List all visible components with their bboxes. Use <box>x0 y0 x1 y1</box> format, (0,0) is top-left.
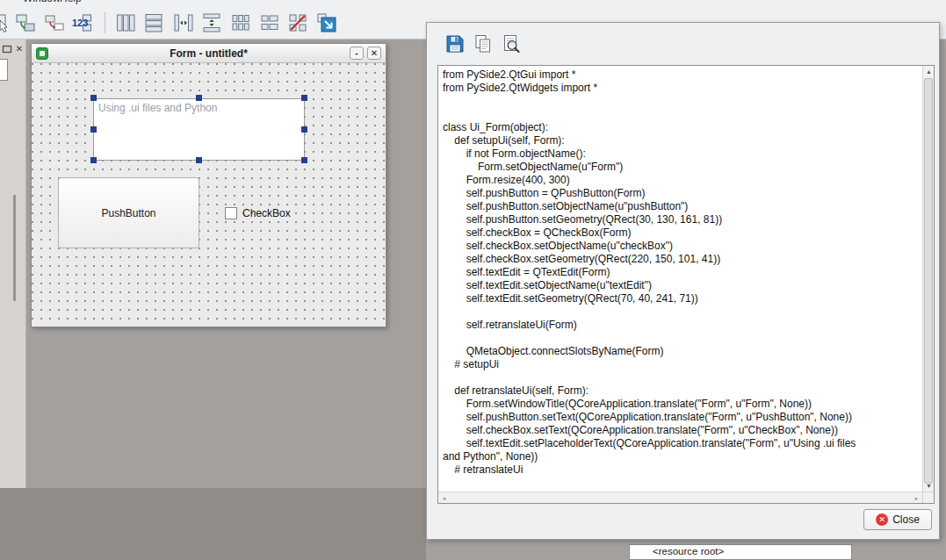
break-layout-icon[interactable] <box>286 11 309 34</box>
edit-tab-order-icon[interactable]: 123 <box>70 11 93 34</box>
textedit-placeholder: Using .ui files and Python <box>98 102 217 114</box>
code-line: self.pushButton.setText(QCoreApplication… <box>443 411 922 424</box>
scroll-left-arrow-icon[interactable]: ◂ <box>438 492 450 504</box>
code-view[interactable]: from PySide2.QtGui import *from PySide2.… <box>437 65 935 504</box>
tab-order-glyph: 123 <box>72 18 88 28</box>
scroll-up-arrow-icon[interactable]: ▲ <box>923 66 935 77</box>
code-line: from PySide2.QtGui import * <box>443 68 922 82</box>
code-line: self.checkBox.setGeometry(QRect(220, 150… <box>443 253 922 266</box>
code-line: Form.setObjectName(u"Form") <box>443 161 922 174</box>
minimize-button[interactable]: - <box>350 47 364 60</box>
vertical-scrollbar[interactable]: ▲ ▼ <box>922 66 934 492</box>
selection-handle-bottom-right[interactable] <box>301 157 307 163</box>
dock-close-button[interactable]: ✕ <box>13 43 25 55</box>
horizontal-scrollbar[interactable]: ◂ ▸ <box>438 492 922 503</box>
edit-buddies-icon[interactable] <box>43 11 66 34</box>
code-line: self.retranslateUi(Form) <box>443 319 922 332</box>
menubar: Window Help <box>0 0 369 5</box>
selection-handle-mid-left[interactable] <box>90 126 97 133</box>
qt-designer-application: Window Help 123 <box>0 0 946 560</box>
code-line: class Ui_Form(object): <box>443 121 922 134</box>
code-line: self.pushButton = QPushButton(Form) <box>443 187 922 200</box>
panel-scrollbar-fragment[interactable] <box>13 195 16 301</box>
resource-browser-fragment[interactable]: <resource root> <box>629 544 852 560</box>
code-line: self.pushButton.setGeometry(QRect(30, 13… <box>443 213 922 226</box>
lay-out-form-icon[interactable] <box>258 11 281 34</box>
lay-out-grid-icon[interactable] <box>229 11 252 34</box>
checkbox-label: CheckBox <box>242 207 291 219</box>
code-preview-dialog: from PySide2.QtGui import *from PySide2.… <box>426 22 940 540</box>
code-line: and Python", None)) <box>443 450 922 463</box>
lay-out-horizontal-splitter-icon[interactable] <box>172 11 195 34</box>
code-line <box>443 108 922 121</box>
adjust-size-icon[interactable] <box>315 11 338 34</box>
copy-icon[interactable] <box>473 33 494 54</box>
code-line: def retranslateUi(self, Form): <box>443 384 922 398</box>
code-line: self.textEdit.setPlaceholderText(QCoreAp… <box>443 437 922 450</box>
workspace-area <box>0 488 426 560</box>
pushbutton-widget[interactable]: PushButton <box>58 177 199 248</box>
scroll-right-arrow-icon[interactable]: ▸ <box>911 492 922 504</box>
selection-handle-bottom-left[interactable] <box>90 157 97 163</box>
scroll-down-arrow-icon[interactable]: ▼ <box>923 480 935 492</box>
menu-help[interactable]: Help <box>60 0 82 4</box>
edit-signals-slots-icon[interactable] <box>14 11 37 34</box>
code-line: Form.setWindowTitle(QCoreApplication.tra… <box>443 398 922 411</box>
code-line: def setupUi(self, Form): <box>443 134 922 147</box>
form-window-title: Form - untitled* <box>32 47 386 60</box>
selection-handle-top-right[interactable] <box>301 95 307 101</box>
checkbox-indicator[interactable] <box>225 207 237 219</box>
selection-handle-mid-right[interactable] <box>301 126 307 133</box>
code-line: # setupUi <box>443 358 922 371</box>
code-line: # retranslateUi <box>443 463 922 477</box>
vertical-scrollbar-thumb[interactable] <box>924 78 933 484</box>
textedit-widget[interactable]: Using .ui files and Python <box>93 98 305 161</box>
checkbox-widget[interactable]: CheckBox <box>225 195 314 231</box>
close-window-button[interactable]: ✕ <box>367 47 381 60</box>
code-line: self.textEdit.setObjectName(u"textEdit") <box>443 279 922 292</box>
close-button-icon: ✕ <box>876 513 888 526</box>
form-canvas[interactable]: Using .ui files and Python PushButton Ch… <box>32 63 386 327</box>
selection-handle-top-center[interactable] <box>196 95 202 101</box>
code-line: Form.resize(400, 300) <box>443 174 922 187</box>
code-line <box>443 371 922 384</box>
selection-handle-top-left[interactable] <box>90 95 97 101</box>
dock-float-button[interactable] <box>1 43 13 55</box>
code-line: if not Form.objectName(): <box>443 147 922 161</box>
code-line: self.checkBox = QCheckBox(Form) <box>443 226 922 240</box>
form-editor-window: Form - untitled* - ✕ Using .ui files and… <box>31 43 386 327</box>
code-line: self.checkBox.setObjectName(u"checkBox") <box>443 240 922 253</box>
lay-out-vertically-icon[interactable] <box>142 11 165 34</box>
selection-handle-bottom-center[interactable] <box>196 157 202 163</box>
code-line: QMetaObject.connectSlotsByName(Form) <box>443 345 922 358</box>
code-line: from PySide2.QtWidgets import * <box>443 82 922 95</box>
close-button-label: Close <box>892 513 920 526</box>
save-icon[interactable] <box>444 33 466 54</box>
scrollbar-corner <box>922 492 934 503</box>
find-icon[interactable] <box>501 33 522 54</box>
code-line <box>443 332 922 345</box>
code-text[interactable]: from PySide2.QtGui import *from PySide2.… <box>438 66 922 492</box>
filter-input-fragment[interactable] <box>0 59 8 81</box>
form-window-titlebar[interactable]: Form - untitled* - ✕ <box>32 44 386 63</box>
pushbutton-label: PushButton <box>101 207 155 219</box>
code-line <box>443 95 922 108</box>
code-line <box>443 305 922 319</box>
code-line: self.checkBox.setText(QCoreApplication.t… <box>443 424 922 437</box>
toolbar-separator <box>105 12 105 33</box>
resource-root-label: <resource root> <box>653 546 724 556</box>
lay-out-vertical-splitter-icon[interactable] <box>200 11 223 34</box>
menu-window[interactable]: Window <box>23 0 61 4</box>
edit-widgets-icon[interactable] <box>0 11 11 34</box>
close-button[interactable]: ✕ Close <box>863 509 932 530</box>
code-line: self.textEdit = QTextEdit(Form) <box>443 266 922 279</box>
lay-out-horizontally-icon[interactable] <box>114 11 137 34</box>
code-line: self.pushButton.setObjectName(u"pushButt… <box>443 200 922 213</box>
code-line: self.textEdit.setGeometry(QRect(70, 40, … <box>443 292 922 305</box>
